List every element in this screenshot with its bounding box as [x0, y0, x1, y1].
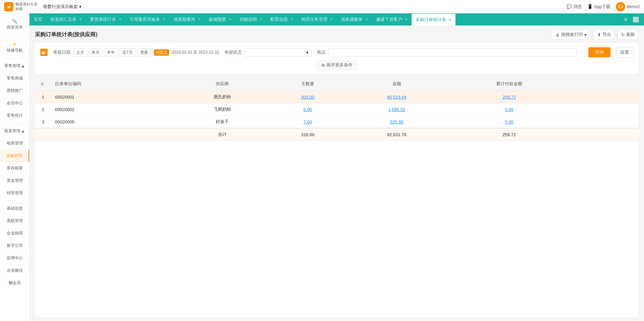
- table-row: 2 00020002 飞鹤奶粉 6.00 1,586.52 0.00: [35, 103, 639, 116]
- tab-cost-adjust[interactable]: 成本调整单 ✕: [337, 13, 372, 25]
- more-date-button[interactable]: 更多: [137, 48, 151, 57]
- sidebar-item-retail-shop[interactable]: 零售商城: [0, 72, 29, 85]
- settings-button[interactable]: 设置: [616, 47, 633, 58]
- tab-bar-actions: ✕ ⬜: [622, 15, 644, 24]
- cell-qty: 303.00: [269, 91, 347, 103]
- sidebar-item-enterprise-wechat[interactable]: 企业微信: [0, 264, 29, 277]
- tab-config-info[interactable]: 配置信息 ✕: [266, 13, 297, 25]
- refresh-icon: ↻: [621, 32, 625, 37]
- top-bar-right: 💬 消息 📱 App下载 Ea demo2: [567, 2, 640, 11]
- sidebar-item-retail-stats[interactable]: 零售统计: [0, 109, 29, 122]
- amount-link[interactable]: 60,519.44: [387, 95, 407, 100]
- tab-close-icon[interactable]: ✕: [449, 18, 451, 21]
- last-month-button[interactable]: 上月: [73, 48, 87, 57]
- last-7-days-button[interactable]: 近7天: [119, 48, 136, 57]
- tab-purchase-order-stats[interactable]: 采购订单统计表 ✕: [412, 14, 455, 25]
- cell-index: 1: [35, 91, 51, 103]
- tab-close-icon[interactable]: ✕: [260, 18, 262, 21]
- cell-code: 00020005: [51, 116, 176, 128]
- sidebar-item-retail-mgmt[interactable]: 零售管理 ▲: [0, 60, 29, 72]
- sidebar-item-quick-nav[interactable]: ⚡ 快捷导航: [0, 39, 29, 57]
- main-layout: 🔍 搜索菜单 ⚡ 快捷导航 零售管理 ▲ 零售商城 营销推广 会员中心: [0, 13, 644, 321]
- tab-expiry-query[interactable]: 保质期查询 ✕: [169, 13, 205, 25]
- tab-close-icon[interactable]: ✕: [365, 18, 368, 21]
- tab-close-icon[interactable]: ✕: [163, 18, 165, 21]
- tab-invite-customer[interactable]: 邀请下游客户 ✕: [372, 13, 412, 25]
- tab-inventory-book[interactable]: 可用量库存账本 ✕: [125, 13, 169, 25]
- qty-link[interactable]: 303.00: [301, 95, 314, 100]
- message-action[interactable]: 💬 消息: [567, 4, 582, 10]
- content-area: 首页 收发存汇总表 ✕ 要货单统计表 ✕ 可用量库存账本 ✕ 保质期查询 ✕: [30, 13, 644, 321]
- data-table: ⚙ 往来单位编码 供应商 主数量: [35, 77, 639, 141]
- cell-index: 3: [35, 116, 51, 128]
- sidebar-item-app-center[interactable]: 应用中心: [0, 252, 29, 264]
- sidebar-item-newbie-guide[interactable]: 新手引导: [0, 239, 29, 252]
- divider: [0, 201, 29, 201]
- close-tab-button[interactable]: ✕: [622, 15, 630, 24]
- sidebar-item-finance[interactable]: 资金管理: [0, 174, 29, 187]
- tab-close-icon[interactable]: ✕: [119, 18, 121, 21]
- sidebar-item-wholesale-mgmt[interactable]: 批发管理 ▲: [0, 125, 29, 137]
- cell-qty: 7.00: [269, 116, 347, 128]
- cell-amount: 525.80: [347, 116, 447, 128]
- column-settings-button[interactable]: ⚙: [39, 81, 46, 87]
- tab-pick-task[interactable]: 拣货任务管理 ✕: [297, 13, 337, 25]
- tab-overstock-warning[interactable]: 超储预警 ✕: [205, 13, 235, 25]
- amount-link[interactable]: 525.80: [390, 119, 404, 124]
- download-icon: 📱: [587, 4, 593, 9]
- tab-function-desc[interactable]: 功能说明 ✕: [235, 13, 266, 25]
- tab-stock-summary[interactable]: 收发存汇总表 ✕: [46, 13, 86, 25]
- sidebar: 🔍 搜索菜单 ⚡ 快捷导航 零售管理 ▲ 零售商城 营销推广 会员中心: [0, 13, 30, 321]
- expand-icon: ⊕: [321, 63, 325, 68]
- sidebar-search-area: 🔍 搜索菜单: [0, 13, 29, 36]
- sidebar-item-ecommerce[interactable]: 电商管理: [0, 137, 29, 150]
- app-download-action[interactable]: 📱 App下载: [587, 4, 610, 10]
- sidebar-item-member-center[interactable]: 会员中心: [0, 97, 29, 109]
- status-select[interactable]: ▾: [245, 48, 312, 57]
- sidebar-item-marketing[interactable]: 营销推广: [0, 85, 29, 97]
- qty-link[interactable]: 7.00: [304, 119, 312, 124]
- query-button[interactable]: 查询: [588, 47, 610, 57]
- sidebar-item-system-mgmt[interactable]: 系统管理: [0, 215, 29, 227]
- search-icon: 🔍: [12, 19, 17, 23]
- logo-text: 畅捷通好生意 标版: [15, 2, 38, 11]
- sidebar-item-purchase-mgmt[interactable]: 采购管理: [0, 150, 29, 162]
- date-filter-group: 单据日期 上月 本月 本年 近7天 更多 自定义 2016-01-01 至 20…: [53, 48, 219, 57]
- tab-home[interactable]: 首页: [30, 13, 46, 25]
- sidebar-item-vip-member[interactable]: 畅会员: [0, 277, 29, 289]
- tab-close-icon[interactable]: ✕: [79, 18, 82, 21]
- tab-close-icon[interactable]: ✕: [229, 18, 231, 21]
- sidebar-item-inventory[interactable]: 库存核算: [0, 162, 29, 174]
- goods-more-icon[interactable]: ···: [579, 50, 583, 55]
- qty-link[interactable]: 6.00: [304, 107, 312, 112]
- export-button[interactable]: ⬇ 导出: [594, 30, 615, 40]
- paid-link[interactable]: 0.00: [505, 107, 513, 112]
- amount-link[interactable]: 1,586.52: [388, 107, 405, 112]
- tab-close-icon[interactable]: ✕: [330, 18, 333, 21]
- tab-close-icon[interactable]: ✕: [405, 18, 408, 21]
- user-profile[interactable]: Ea demo2: [616, 2, 640, 11]
- paid-link[interactable]: 259.72: [502, 95, 516, 100]
- sidebar-item-enterprise-collab[interactable]: 企业协同: [0, 227, 29, 239]
- sidebar-item-operations[interactable]: 经营管理: [0, 187, 29, 199]
- expand-filter-button[interactable]: ⊕ 展开更多条件: [317, 60, 357, 70]
- this-month-button[interactable]: 本月: [89, 48, 103, 57]
- goods-input[interactable]: [328, 48, 577, 57]
- table-row: 1 00020001 惠氏奶粉 303.00 60,519.44 259.72: [35, 91, 639, 103]
- print-button[interactable]: 🖨 按模板打印 ▾: [551, 30, 591, 40]
- workspace-selector[interactable]: 母婴行业演示账套 ▾: [40, 2, 84, 11]
- maximize-tab-button[interactable]: ⬜: [631, 15, 641, 24]
- paid-link[interactable]: 0.00: [505, 119, 513, 124]
- filter-toggle-button[interactable]: ▶: [40, 49, 48, 56]
- search-menu-button[interactable]: 🔍 搜索菜单: [3, 17, 26, 32]
- refresh-button[interactable]: ↻ 刷新: [618, 30, 639, 40]
- top-bar: 畅 畅捷通好生意 标版 母婴行业演示账套 ▾ 💬 消息 📱 App下载: [0, 0, 644, 13]
- tab-close-icon[interactable]: ✕: [290, 18, 293, 21]
- cell-index: 2: [35, 103, 51, 116]
- cell-paid: 0.00: [447, 116, 572, 128]
- tab-order-stats[interactable]: 要货单统计表 ✕: [86, 13, 125, 25]
- this-year-button[interactable]: 本年: [104, 48, 118, 57]
- status-filter-label: 单据状态: [224, 49, 242, 55]
- tab-close-icon[interactable]: ✕: [198, 18, 201, 21]
- sidebar-item-basic-info[interactable]: 基础信息: [0, 202, 29, 215]
